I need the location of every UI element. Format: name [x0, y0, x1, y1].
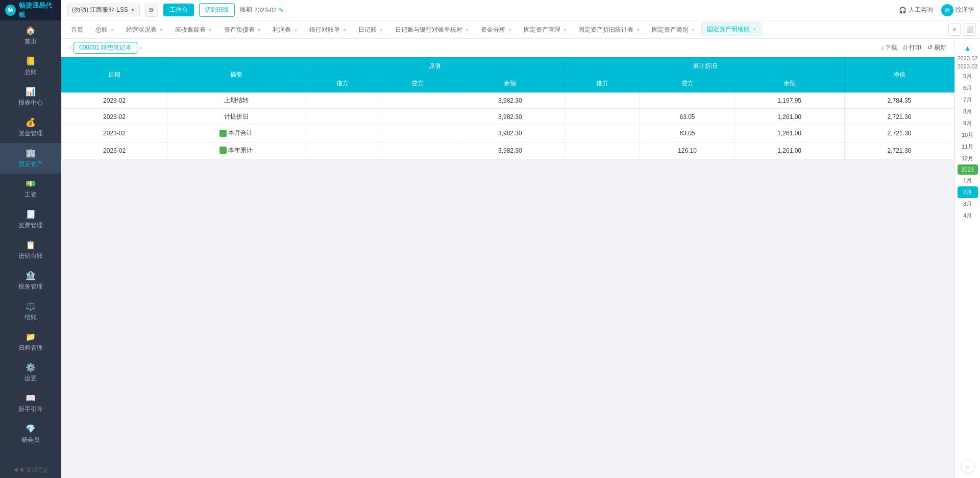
sidebar-item-畅会员[interactable]: 💎畅会员: [0, 419, 61, 449]
year-marker[interactable]: 2023: [958, 164, 978, 175]
tab-label-8: 日记账与银行对账单核对: [395, 26, 462, 34]
tab-label-10: 固定资产管理: [524, 26, 560, 34]
th-dep-credit: 贷方: [640, 75, 734, 92]
circle-button[interactable]: ○: [961, 460, 975, 474]
main-area: (勿动) 江西服业-LSS ▼ ⧉ 工作台 切到旧版 账期 2023-02 ✎ …: [61, 0, 980, 478]
sidebar-label-4: 固定资产: [18, 160, 43, 169]
period-edit-icon[interactable]: ✎: [279, 7, 284, 14]
tab-close-11[interactable]: ×: [636, 27, 640, 33]
copy-button[interactable]: ⧉: [145, 4, 158, 17]
tab-item-12[interactable]: 固定资产类别×: [646, 23, 700, 36]
tab-item-5[interactable]: 利润表×: [267, 23, 303, 36]
switch-version-button[interactable]: 切到旧版: [199, 3, 235, 17]
company-selector[interactable]: (勿动) 江西服业-LSS ▼: [67, 4, 140, 16]
tab-close-1[interactable]: ×: [111, 27, 114, 33]
tab-close-2[interactable]: ×: [160, 27, 163, 33]
close-all-tabs-button[interactable]: ×: [948, 23, 961, 36]
workspace-button[interactable]: 工作台: [163, 4, 194, 16]
tab-close-10[interactable]: ×: [564, 27, 567, 33]
cell-date-3: 2023-02: [62, 142, 167, 159]
cell-dep-debit-0: [565, 92, 640, 109]
tab-close-6[interactable]: ×: [343, 27, 346, 33]
tab-label-3: 应收账龄表: [175, 26, 206, 34]
print-button[interactable]: ⎙ 打印: [903, 43, 921, 52]
month-item-2022-3[interactable]: 8月: [958, 106, 978, 117]
tab-item-4[interactable]: 资产负债表×: [218, 23, 266, 36]
tab-item-6[interactable]: 银行对账单×: [304, 23, 352, 36]
sidebar-item-税务管理[interactable]: 🏦税务管理: [0, 266, 61, 296]
tab-item-11[interactable]: 固定资产折旧统计表×: [573, 23, 645, 36]
tab-item-10[interactable]: 固定资产管理×: [518, 23, 572, 36]
cell-orig-debit-3: [305, 142, 380, 159]
sidebar-icon-7: 📋: [26, 240, 36, 250]
sidebar-footer[interactable]: ◀◀ 取消固定: [0, 462, 61, 478]
sidebar-item-新手引导[interactable]: 📖新手引导: [0, 388, 61, 419]
month-item-2023-0[interactable]: 1月: [958, 175, 978, 186]
maximize-button[interactable]: ⬜: [964, 23, 976, 36]
month-item-2023-1[interactable]: 2月: [958, 186, 978, 198]
sidebar-item-设置[interactable]: ⚙️设置: [0, 357, 61, 388]
sidebar-item-发票管理[interactable]: 🧾发票管理: [0, 204, 61, 235]
help-button[interactable]: 🎧 人工咨询: [899, 6, 933, 14]
sidebar-icon-12: 📖: [26, 393, 36, 403]
tab-close-13[interactable]: ×: [753, 27, 756, 32]
subtotal-badge-3: 本年累计: [219, 146, 253, 155]
th-depreciation-group: 累计折旧: [565, 58, 844, 75]
month-item-2022-6[interactable]: 11月: [958, 141, 978, 153]
table-row: 2023-02 计提折旧 3,982.30 63.05 1,261.00 2,7…: [62, 109, 954, 125]
month-item-2022-0[interactable]: 5月: [958, 70, 978, 82]
month-item-2022-1[interactable]: 6月: [958, 82, 978, 94]
refresh-button[interactable]: ↺ 刷新: [927, 43, 946, 52]
sidebar-item-归档管理[interactable]: 📁归档管理: [0, 327, 61, 357]
month-item-2022-5[interactable]: 10月: [958, 129, 978, 141]
sidebar-item-总账[interactable]: 📒总账: [0, 51, 61, 82]
tab-close-5[interactable]: ×: [294, 27, 297, 33]
tab-close-9[interactable]: ×: [508, 27, 511, 33]
sidebar-item-工资[interactable]: 💵工资: [0, 174, 61, 204]
month-item-2022-4[interactable]: 9月: [958, 117, 978, 129]
sub-nav-forward[interactable]: ›: [139, 44, 141, 52]
green-badge-2: [219, 130, 227, 137]
user-info[interactable]: 徐 徐泽华: [941, 4, 974, 16]
tab-close-12[interactable]: ×: [692, 27, 695, 33]
download-button[interactable]: ↓ 下载: [880, 43, 897, 52]
sidebar-item-资金管理[interactable]: 💰资金管理: [0, 112, 61, 143]
company-dropdown-arrow: ▼: [130, 7, 135, 13]
tab-label-2: 经营状况表: [126, 26, 157, 34]
tab-item-0[interactable]: 首页: [65, 23, 89, 36]
scroll-up-button[interactable]: ▲: [962, 42, 973, 54]
sidebar-item-首页[interactable]: 🏠首页: [0, 20, 61, 51]
sidebar-item-进销台账[interactable]: 📋进销台账: [0, 235, 61, 266]
month-item-2023-3[interactable]: 4月: [958, 210, 978, 222]
sidebar-item-结账[interactable]: ⚖️结账: [0, 296, 61, 327]
sidebar-label-1: 总账: [24, 68, 37, 77]
tab-item-1[interactable]: 总账×: [90, 23, 119, 36]
tab-item-7[interactable]: 日记账×: [353, 23, 388, 36]
tab-bar: 首页总账×经营状况表×应收账龄表×资产负债表×利润表×银行对账单×日记账×日记账…: [61, 20, 980, 39]
tab-item-9[interactable]: 资金分析×: [475, 23, 517, 36]
tab-item-8[interactable]: 日记账与银行对账单核对×: [389, 23, 474, 36]
tab-bar-right: × ⬜: [948, 23, 976, 36]
asset-breadcrumb[interactable]: 000001 联想笔记本: [74, 42, 137, 54]
th-orig-debit: 借方: [305, 75, 380, 92]
month-item-2022-2[interactable]: 7月: [958, 94, 978, 106]
cell-dep-debit-3: [565, 142, 640, 159]
sidebar-item-报表中心[interactable]: 📊报表中心: [0, 82, 61, 112]
tab-close-4[interactable]: ×: [258, 27, 261, 33]
sub-nav-back[interactable]: ‹: [69, 44, 71, 52]
tab-label-12: 固定资产类别: [652, 26, 689, 34]
month-item-2022-7[interactable]: 12月: [958, 153, 978, 164]
sub-nav-right: ↓ 下载 ⎙ 打印 ↺ 刷新: [880, 43, 946, 52]
cell-orig-debit-0: [305, 92, 380, 109]
tab-label-9: 资金分析: [481, 26, 505, 34]
tab-item-3[interactable]: 应收账龄表×: [169, 23, 217, 36]
month-item-2023-2[interactable]: 3月: [958, 198, 978, 210]
tab-close-7[interactable]: ×: [380, 27, 383, 33]
tab-close-8[interactable]: ×: [465, 27, 469, 33]
cell-net-value-2: 2,721.30: [844, 125, 954, 142]
sidebar-item-固定资产[interactable]: 🏢固定资产: [0, 143, 61, 174]
tab-item-2[interactable]: 经营状况表×: [120, 23, 168, 36]
tab-item-13[interactable]: 固定资产明细账×: [701, 22, 762, 36]
th-dep-debit: 借方: [565, 75, 640, 92]
tab-close-3[interactable]: ×: [209, 27, 212, 33]
